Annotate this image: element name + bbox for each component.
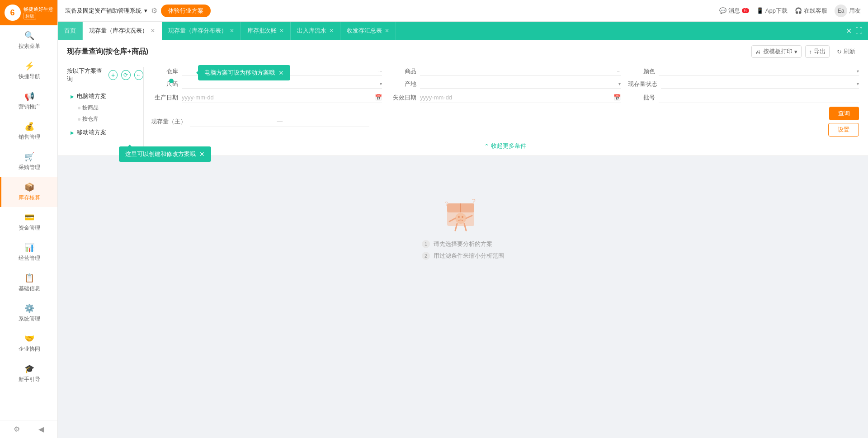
filter-section: 按以下方案查询 + ⟳ ← 电脑方案可设为移动方案哦 ✕ — [67, 67, 859, 150]
sidebar-item-purchase[interactable]: 🛒 采购管理 — [0, 146, 57, 177]
tab-close-all-btn[interactable]: ✕ — [846, 27, 852, 35]
scheme-toggle-icon2: ▶ — [71, 130, 74, 135]
logo-text: 畅捷通好生意 标版 — [24, 6, 53, 19]
search-btn[interactable]: 查询 — [829, 107, 859, 120]
inventory-icon: 📦 — [24, 182, 34, 192]
produce-date-picker[interactable]: yyyy-mm-dd 📅 — [182, 92, 382, 103]
scheme-group-desktop-header[interactable]: ▶ 电脑端方案 — [67, 90, 143, 102]
tab-home[interactable]: 首页 — [58, 22, 83, 40]
origin-label: 产地 — [389, 80, 416, 88]
marketing-icon: 📢 — [24, 91, 34, 101]
tab-in-out-flow-close[interactable]: ✕ — [329, 28, 334, 33]
filter-row-4-wrap: 现存量（主） — — [151, 107, 859, 137]
sidebar-footer: ⚙ ◀ — [0, 420, 57, 438]
topbar-settings-icon[interactable]: ⚙ — [151, 6, 157, 15]
export-btn[interactable]: ↑ 导出 — [805, 45, 830, 58]
sidebar-item-basic[interactable]: 📋 基础信息 — [0, 268, 57, 298]
reset-btn[interactable]: 设置 — [828, 123, 859, 137]
filter-field-size: 尺码 ▾ — [151, 80, 382, 89]
size-select[interactable]: ▾ — [182, 80, 382, 89]
tab-collect-summary[interactable]: 收发存汇总表 ✕ — [340, 22, 396, 40]
online-service-btn[interactable]: 🎧 在线客服 — [795, 7, 827, 15]
scheme-tooltip-text: 这里可以创建和修改方案哦 — [125, 150, 196, 158]
user-btn[interactable]: Ea 用友 — [835, 5, 861, 17]
sidebar-item-inventory[interactable]: 📦 库存核算 — [0, 177, 57, 207]
expire-date-icon[interactable]: 📅 — [613, 94, 621, 101]
chevron-down-icon: ▾ — [144, 7, 147, 14]
filter-field-batch: 批号 — [628, 92, 859, 103]
svg-text:?: ? — [445, 201, 448, 207]
filter-add-btn[interactable]: + — [108, 70, 118, 80]
tab-collect-summary-close[interactable]: ✕ — [385, 28, 389, 33]
size-chevron: ▾ — [380, 81, 382, 86]
tab-inventory-dist[interactable]: 现存量（库存分布表） ✕ — [162, 22, 241, 40]
refresh-btn[interactable]: ↻ 刷新 — [833, 46, 859, 57]
warehouse-label: 仓库 — [151, 67, 178, 75]
origin-chevron: ▾ — [618, 81, 621, 86]
sidebar-item-marketing[interactable]: 📢 营销推广 — [0, 86, 57, 116]
quick-icon: ⚡ — [24, 61, 34, 71]
sidebar-item-quick[interactable]: ⚡ 快捷导航 — [0, 56, 57, 86]
svg-point-4 — [458, 216, 460, 218]
svg-point-5 — [462, 216, 463, 218]
sidebar-settings-btn[interactable]: ⚙ — [14, 425, 20, 433]
tooltip-close-btn[interactable]: ✕ — [278, 69, 284, 76]
stock-status-chevron: ▾ — [857, 81, 859, 86]
expire-date-picker[interactable]: yyyy-mm-dd 📅 — [420, 92, 620, 103]
origin-select[interactable]: ▾ — [420, 80, 620, 89]
system-selector[interactable]: 装备及固定资产辅助管理系统 ▾ — [65, 7, 147, 15]
sidebar-collapse-btn[interactable]: ◀ — [38, 425, 44, 433]
tab-inventory-dist-close[interactable]: ✕ — [230, 28, 234, 33]
stock-qty-min[interactable] — [190, 118, 273, 125]
chevron-print-icon: ▾ — [794, 48, 797, 55]
filter-row-3: 生产日期 yyyy-mm-dd 📅 失效日期 yyyy-mm-dd — [151, 92, 859, 103]
sidebar-item-search[interactable]: 🔍 搜索菜单 — [0, 25, 57, 56]
scheme-group-desktop: ▶ 电脑端方案 按商品 按仓库 — [67, 90, 143, 125]
message-btn[interactable]: 💬 消息 6 — [719, 7, 749, 15]
sidebar-item-enterprise[interactable]: 🤝 企业协同 — [0, 328, 57, 358]
tab-in-out-flow[interactable]: 出入库流水 ✕ — [291, 22, 340, 40]
scheme-group-mobile-header[interactable]: ▶ 移动端方案 — [67, 127, 143, 138]
export-icon: ↑ — [809, 48, 812, 55]
page-actions: 🖨 按模板打印 ▾ ↑ 导出 ↻ 刷新 — [751, 45, 859, 58]
scheme-item-by-product[interactable]: 按商品 — [67, 102, 143, 113]
batch-input[interactable] — [659, 92, 859, 103]
sidebar-item-system[interactable]: ⚙️ 系统管理 — [0, 298, 57, 328]
page-container: 现存量查询(按仓库+商品) 🖨 按模板打印 ▾ ↑ 导出 ↻ 刷新 — [58, 40, 868, 438]
produce-date-label: 生产日期 — [151, 94, 178, 102]
print-icon: 🖨 — [755, 48, 761, 55]
collapse-btn[interactable]: ⌃ 收起更多条件 — [151, 142, 859, 150]
produce-date-icon[interactable]: 📅 — [375, 94, 382, 101]
color-select[interactable]: ▾ — [659, 67, 859, 76]
stock-status-select[interactable]: ▾ — [661, 80, 859, 89]
scheme-item-by-warehouse[interactable]: 按仓库 — [67, 113, 143, 125]
trial-btn[interactable]: 体验行业方案 — [161, 5, 211, 17]
color-chevron: ▾ — [857, 69, 859, 74]
print-btn[interactable]: 🖨 按模板打印 ▾ — [751, 45, 802, 58]
message-badge: 6 — [742, 8, 749, 13]
product-select[interactable]: ··· — [420, 67, 620, 76]
guide-icon: 🎓 — [24, 364, 34, 374]
basic-icon: 📋 — [24, 273, 34, 283]
sidebar-item-finance[interactable]: 💳 资金管理 — [0, 207, 57, 237]
sidebar-item-sales[interactable]: 💰 销售管理 — [0, 116, 57, 146]
highlight-dot — [169, 79, 174, 83]
filter-cycle-btn[interactable]: ⟳ — [121, 70, 130, 80]
tab-inventory-status[interactable]: 现存量（库存状况表） ✕ — [83, 22, 162, 40]
tab-batch-account[interactable]: 库存批次账 ✕ — [241, 22, 291, 40]
tab-expand-btn[interactable]: ⛶ — [855, 27, 863, 35]
scheme-mobile-label: 移动端方案 — [77, 128, 106, 137]
stock-qty-max[interactable] — [286, 118, 369, 125]
sidebar-item-operation[interactable]: 📊 经营管理 — [0, 237, 57, 268]
filter-arrow-btn[interactable]: ← — [134, 70, 143, 80]
sidebar-item-guide[interactable]: 🎓 新手引导 — [0, 358, 57, 389]
logo-icon: 6 — [5, 5, 21, 21]
scheme-tooltip-close-btn[interactable]: ✕ — [199, 151, 205, 158]
tab-batch-account-close[interactable]: ✕ — [279, 28, 284, 33]
app-download-btn[interactable]: 📱 App下载 — [756, 7, 788, 15]
tab-inventory-status-close[interactable]: ✕ — [151, 28, 155, 33]
stock-qty-range[interactable]: — — [190, 116, 369, 127]
filter-area: 按以下方案查询 + ⟳ ← 电脑方案可设为移动方案哦 ✕ — [58, 61, 868, 156]
avatar: Ea — [835, 5, 847, 17]
tab-home-label: 首页 — [64, 27, 76, 35]
